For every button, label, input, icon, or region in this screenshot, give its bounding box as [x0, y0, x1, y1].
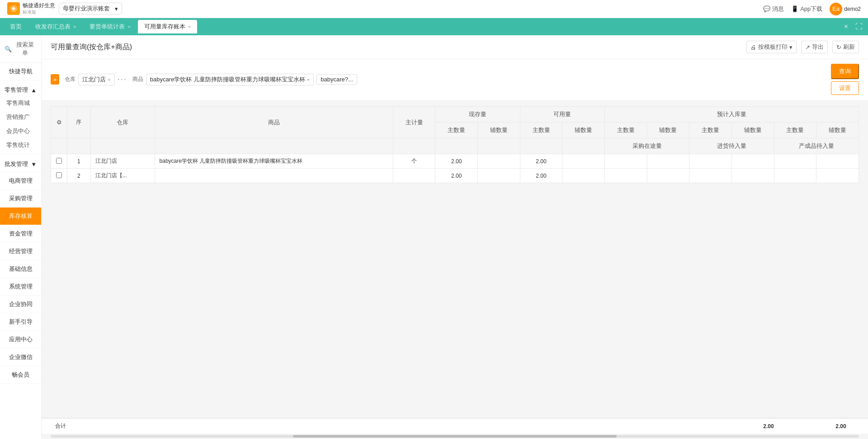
th-stock-group: 现存量: [435, 107, 520, 123]
chevron-up-icon: ▲: [31, 87, 37, 94]
cell-available-main: 2.00: [520, 169, 562, 183]
tab-available-stock[interactable]: 可用量库存账本 ×: [138, 20, 197, 33]
filter-product-section: 商品 babycare学饮杯 儿童防摔防撞吸管杯重力球吸嘴杯宝宝水杯 × bab…: [132, 74, 357, 85]
th-empty7: [520, 138, 562, 154]
tab-home[interactable]: 首页: [4, 20, 28, 33]
app-download-button[interactable]: 📱 App下载: [791, 5, 822, 13]
print-dropdown-icon: ▾: [789, 44, 793, 51]
sidebar-item-system[interactable]: 系统管理: [0, 278, 41, 296]
th-warehouse: 仓库: [90, 107, 155, 138]
cell-available-main: 2.00: [520, 154, 562, 169]
horizontal-scrollbar[interactable]: [42, 434, 868, 439]
sidebar-item-retail-stats[interactable]: 零售统计: [3, 138, 38, 152]
nav-tab-icons: × ⛶: [842, 22, 864, 32]
sidebar-item-purchase[interactable]: 采购管理: [0, 190, 41, 208]
mobile-icon: 📱: [791, 5, 798, 12]
table-row[interactable]: 2 江北门店【... 2.00 2.00: [51, 169, 859, 183]
export-button[interactable]: ↗ 导出: [801, 41, 828, 53]
product-filter-tag2[interactable]: babycare?...: [316, 74, 357, 85]
message-button[interactable]: 💬 消息: [763, 5, 784, 13]
sidebar-item-member2[interactable]: 畅会员: [0, 366, 41, 384]
industry-label: 母婴行业演示账套: [63, 5, 110, 13]
sidebar-item-operations[interactable]: 经营管理: [0, 243, 41, 260]
sidebar-item-newbie[interactable]: 新手引导: [0, 313, 41, 331]
sidebar-item-retail-mall[interactable]: 零售商城: [3, 96, 38, 110]
cell-purchase-main: [604, 169, 647, 183]
tab-close-icon[interactable]: ×: [188, 24, 191, 29]
print-button[interactable]: 🖨 按模板打印 ▾: [746, 41, 797, 53]
query-button[interactable]: 查询: [831, 64, 859, 79]
sidebar-item-enterprise[interactable]: 企业协同: [0, 296, 41, 313]
sidebar-item-member[interactable]: 会员中心: [3, 124, 38, 138]
dropdown-arrow: ▾: [115, 5, 118, 12]
page-title: 可用量查询(按仓库+商品): [51, 42, 132, 52]
th-purchase-group-label: [51, 138, 67, 154]
table-footer: 合计 2.00 2.00: [42, 418, 868, 434]
warehouse-tag-remove[interactable]: ×: [108, 77, 110, 82]
industry-selector[interactable]: 母婴行业演示账套 ▾: [59, 3, 122, 14]
page-header: 可用量查询(按仓库+商品) 🖨 按模板打印 ▾ ↗ 导出 ↻ 刷新: [42, 35, 868, 59]
cell-stock-main: 2.00: [435, 154, 478, 169]
cell-product: [155, 169, 393, 183]
th-purchase-aux: 辅数量: [647, 123, 689, 138]
sidebar-section-retail-header[interactable]: 零售管理 ▲: [2, 84, 39, 96]
cell-no: 1: [67, 154, 91, 169]
cell-warehouse: 江北门店: [90, 154, 155, 169]
th-incoming-aux: 辅数量: [731, 123, 774, 138]
product-filter-tag1[interactable]: babycare学饮杯 儿童防摔防撞吸管杯重力球吸嘴杯宝宝水杯 ×: [146, 74, 314, 85]
warehouse-filter-label: 仓库: [65, 76, 75, 83]
footer-total-stock: 2.00: [750, 423, 787, 430]
sidebar-item-app-center[interactable]: 应用中心: [0, 331, 41, 349]
sidebar-item-inventory[interactable]: 库存核算: [0, 208, 41, 225]
sidebar-item-ecommerce[interactable]: 电商管理: [0, 172, 41, 190]
warehouse-filter-tag[interactable]: 江北门店 ×: [78, 74, 114, 85]
tab-receivable-summary[interactable]: 收发存汇总表 ×: [29, 20, 82, 33]
cell-checkbox[interactable]: [51, 169, 67, 183]
cell-available-aux: [562, 154, 605, 169]
settings-gear-icon: ⚙: [57, 119, 62, 126]
filter-expand-button[interactable]: »: [51, 74, 59, 85]
th-available-group: 可用量: [520, 107, 604, 123]
print-icon: 🖨: [750, 44, 756, 51]
table-container: ⚙ 序 仓库 商品 主计量 现存量: [42, 101, 868, 418]
scrollbar-track: [51, 435, 859, 438]
table-row[interactable]: 1 江北门店 babycare学饮杯 儿童防摔防撞吸管杯重力球吸嘴杯宝宝水杯 个…: [51, 154, 859, 169]
sidebar-item-base-info[interactable]: 基础信息: [0, 260, 41, 278]
product-tag1-remove[interactable]: ×: [307, 77, 310, 82]
cell-checkbox[interactable]: [51, 154, 67, 169]
warehouse-more-button[interactable]: ···: [118, 75, 127, 84]
th-settings[interactable]: ⚙: [51, 107, 67, 138]
tab-order-stats[interactable]: 要货单统计表 ×: [83, 20, 137, 33]
search-menu-button[interactable]: 🔍 搜索菜单: [4, 39, 38, 59]
tab-close-icon[interactable]: ×: [127, 24, 130, 29]
tab-close-icon[interactable]: ×: [73, 24, 76, 29]
cell-product: babycare学饮杯 儿童防摔防撞吸管杯重力球吸嘴杯宝宝水杯: [155, 154, 393, 169]
th-empty4: [393, 138, 435, 154]
sidebar-item-quick-nav[interactable]: 快捷导航: [0, 63, 41, 80]
th-production-aux: 辅数量: [816, 123, 859, 138]
cell-stock-main: 2.00: [435, 169, 478, 183]
page-title-row: 可用量查询(按仓库+商品) 🖨 按模板打印 ▾ ↗ 导出 ↻ 刷新: [51, 41, 859, 53]
sidebar-item-wechat[interactable]: 企业微信: [0, 349, 41, 366]
th-purchase-in-transit: 采购在途量: [604, 138, 689, 154]
sidebar-section-wholesale-header[interactable]: 批发管理 ▼: [2, 158, 39, 170]
cell-purchase-aux: [647, 169, 689, 183]
th-stock-aux: 辅数量: [478, 123, 520, 138]
cell-incoming-aux: [731, 169, 774, 183]
top-bar-left: 畅捷通好生意 标准版 母婴行业演示账套 ▾: [7, 2, 122, 15]
cell-available-aux: [562, 169, 605, 183]
user-profile[interactable]: Ea demo2: [830, 3, 861, 15]
refresh-button[interactable]: ↻ 刷新: [832, 41, 859, 53]
cell-no: 2: [67, 169, 91, 183]
sidebar-item-finance[interactable]: 资金管理: [0, 225, 41, 243]
main-layout: 🔍 搜索菜单 快捷导航 零售管理 ▲ 零售商城 营销推广 会员中心 零售统计: [0, 35, 868, 439]
cell-stock-aux: [478, 169, 520, 183]
sidebar-item-marketing[interactable]: 营销推广: [3, 110, 38, 124]
sidebar-section-wholesale: 批发管理 ▼: [0, 155, 41, 172]
scrollbar-thumb[interactable]: [293, 435, 616, 438]
settings-button[interactable]: 设置: [831, 81, 859, 95]
th-empty2: [90, 138, 155, 154]
fullscreen-button[interactable]: ⛶: [854, 22, 864, 32]
cell-warehouse: 江北门店【...: [90, 169, 155, 183]
close-all-tabs-button[interactable]: ×: [842, 22, 850, 32]
